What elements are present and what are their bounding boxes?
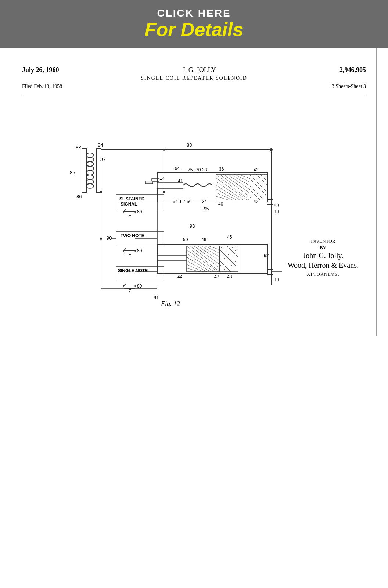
svg-point-49 [123, 211, 124, 213]
svg-line-29 [249, 174, 267, 193]
attorney-firm: Wood, Herron & Evans. [288, 260, 359, 270]
svg-point-7 [86, 175, 94, 179]
svg-line-25 [216, 189, 236, 200]
svg-line-16 [220, 174, 249, 196]
svg-point-55 [123, 250, 124, 252]
patent-header: July 26, 1960 J. G. JOLLY 2,946,905 [22, 66, 366, 74]
header-divider [22, 97, 366, 97]
header-banner[interactable]: CLICK HERE For Details [0, 0, 388, 48]
svg-point-2 [86, 153, 94, 157]
by-label: BY [288, 245, 359, 251]
label-47: 47 [214, 274, 219, 279]
label-88-right: 88 [274, 203, 279, 209]
label-84: 84 [98, 142, 103, 148]
svg-line-39 [249, 196, 253, 200]
label-48: 48 [227, 274, 232, 279]
svg-line-34 [249, 178, 266, 195]
click-here-text: CLICK HERE [157, 8, 231, 19]
svg-line-71 [190, 246, 220, 268]
svg-point-5 [86, 166, 94, 171]
svg-line-91 [220, 257, 233, 270]
patent-number: 2,946,905 [340, 66, 366, 74]
svg-point-3 [86, 157, 94, 162]
svg-point-113 [270, 148, 273, 151]
svg-point-56 [134, 250, 136, 252]
label-89-2: 89 [137, 248, 142, 253]
svg-line-23 [216, 182, 244, 200]
label-95: ~95 [201, 206, 209, 211]
for-details-text: For Details [145, 19, 244, 40]
label-34: 34 [202, 199, 207, 204]
svg-line-73 [198, 246, 220, 261]
svg-line-15 [216, 174, 249, 200]
label-66: 66 [187, 199, 192, 204]
svg-line-85 [223, 246, 238, 261]
label-89-1: 89 [137, 209, 142, 214]
patent-diagram-svg: 84 87 85 86 86 88 88 13 13 [43, 101, 345, 314]
svg-line-19 [231, 174, 249, 185]
svg-line-18 [227, 174, 249, 189]
label-62: 62 [180, 199, 185, 204]
sheets-info: 3 Sheets-Sheet 3 [332, 83, 366, 89]
label-70: 70 [196, 167, 201, 172]
label-75: 75 [188, 167, 193, 172]
label-33: 33 [202, 167, 207, 172]
svg-point-4 [86, 162, 94, 166]
label-45: 45 [227, 235, 232, 240]
patent-date: July 26, 1960 [22, 66, 59, 74]
right-decorative-line [376, 48, 377, 336]
svg-point-8 [86, 179, 94, 184]
svg-point-50 [134, 211, 136, 213]
svg-line-84 [220, 246, 238, 264]
svg-line-78 [187, 253, 214, 272]
label-50: 50 [183, 237, 188, 242]
label-90: 90 [107, 235, 112, 241]
label-13-top: 13 [274, 209, 279, 214]
svg-line-82 [187, 268, 200, 272]
label-43: 43 [254, 167, 259, 172]
signature-section: INVENTOR BY John G. Jolly. Wood, Herron … [288, 238, 359, 277]
label-88-top: 88 [187, 142, 192, 148]
label-42: 42 [254, 199, 259, 204]
svg-line-27 [216, 196, 229, 200]
label-40: 40 [218, 202, 223, 207]
svg-line-87 [231, 246, 238, 253]
label-91: 91 [154, 295, 159, 300]
svg-rect-42 [146, 181, 153, 184]
svg-rect-1 [97, 149, 101, 193]
patent-title: SINGLE COIL REPEATER SOLENOID [22, 75, 366, 81]
svg-line-80 [187, 261, 207, 272]
attorneys-label: ATTORNEYS. [288, 271, 359, 277]
svg-line-35 [249, 182, 264, 196]
filed-date: Filed Feb. 13, 1958 [22, 83, 62, 89]
patent-inventor: J. G. JOLLY [183, 66, 216, 74]
label-41: 41 [178, 178, 183, 183]
label-89-3: 89 [137, 284, 142, 289]
svg-line-24 [216, 185, 240, 200]
svg-point-9 [86, 184, 94, 188]
label-94: 94 [175, 166, 180, 171]
svg-line-70 [187, 246, 220, 272]
single-note-label: SINGLE NOTE [118, 268, 148, 273]
label-87: 87 [100, 157, 105, 163]
patent-content: July 26, 1960 J. G. JOLLY 2,946,905 SING… [0, 48, 388, 336]
svg-line-36 [249, 185, 262, 198]
svg-line-32 [260, 174, 267, 182]
svg-line-89 [220, 250, 236, 266]
svg-line-76 [209, 246, 220, 250]
svg-point-63 [123, 285, 124, 287]
patent-drawing: 84 87 85 86 86 88 88 13 13 [22, 101, 366, 314]
patent-filed-info: Filed Feb. 13, 1958 3 Sheets-Sheet 3 [22, 83, 366, 89]
svg-point-116 [163, 149, 165, 151]
svg-line-79 [187, 257, 211, 272]
signal-label: SIGNAL [121, 202, 137, 207]
svg-line-30 [253, 174, 267, 189]
label-93: 93 [190, 223, 195, 229]
label-36: 36 [219, 167, 224, 172]
sustained-signal-label: SUSTAINED [119, 196, 145, 202]
svg-line-26 [216, 193, 233, 200]
svg-line-21 [238, 174, 249, 178]
svg-rect-95 [157, 255, 187, 260]
label-44: 44 [177, 274, 183, 279]
svg-point-6 [86, 171, 94, 175]
